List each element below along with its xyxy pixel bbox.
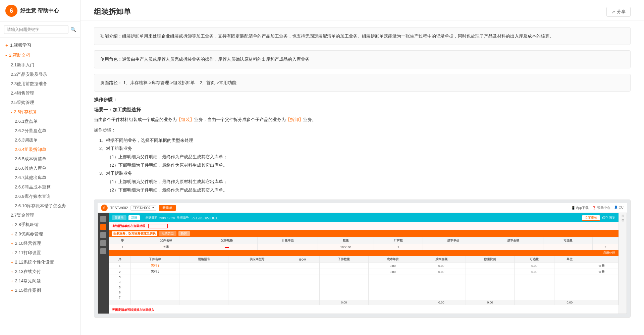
sidebar-item-install[interactable]: 2.2产品安装及登录 xyxy=(0,70,80,79)
assembly-list-btn[interactable] xyxy=(148,224,168,228)
share-label: 分享 xyxy=(617,9,626,15)
col-cost-unit: 成本单价 xyxy=(368,256,417,263)
sidebar-item-partial-stocktake[interactable]: 2.6.2分量盘点单 xyxy=(0,126,80,135)
cell-bom xyxy=(286,269,320,275)
sidebar-item-print[interactable]: + 2.11打印设置 xyxy=(0,248,80,258)
sidebar-item-cost-recalc[interactable]: 2.6.8商品成本重算 xyxy=(0,182,80,192)
cell-cost-amount: 0.00 xyxy=(417,269,466,275)
tab-new-order[interactable]: 新建单 xyxy=(112,215,126,220)
content-area: 功能介绍：组装拆卸单用来处理企业组装或拆卸等加工业务，支持有固定装配清单的产品加… xyxy=(80,20,644,331)
annotation-label-4: 无固定清单可以插插在这里录入 xyxy=(112,308,154,312)
sidebar-item-label: 1.视频学习 xyxy=(10,42,31,48)
sidebar-item-cost-adjust[interactable]: 2.6.5成本调整单 xyxy=(0,154,80,164)
col-cost-amount: 成本金额 xyxy=(483,237,543,244)
app-icon-help[interactable]: ❓ 帮助中心 xyxy=(592,206,610,210)
steps-title: 操作步骤： xyxy=(94,97,631,103)
col-parent-spec: 父件规格 xyxy=(196,237,258,244)
sidebar-item-cases[interactable]: + 2.15操作案例 xyxy=(0,286,80,295)
col-seq: 序 xyxy=(109,256,131,263)
assembly-type-btn[interactable]: 组装类型 xyxy=(159,231,176,236)
step3-1-text: （1）上部明细为父件明细，最终作为原材料生成其它出库单； xyxy=(107,178,631,186)
app-nav-item4[interactable] xyxy=(100,248,106,254)
app-right-sidebar: ⊞ ⊡ xyxy=(619,213,627,314)
role-intro-box: 使用角色：通常由生产人员或库管人员完成拆装业务的操作，库管人员确认原材料的出库和… xyxy=(94,50,631,68)
sidebar-item-mobile[interactable]: + 2.8手机旺铺 xyxy=(0,220,80,229)
sidebar-item-inventory-error[interactable]: 2.6.10库存账本错了怎么办 xyxy=(0,201,80,211)
cell-batch: 1 xyxy=(374,244,423,250)
col-actions2 xyxy=(585,256,618,263)
search-icon[interactable]: 🔍 xyxy=(70,27,76,32)
table-row: 5 xyxy=(109,285,619,290)
parent-spec-input[interactable] xyxy=(225,247,229,248)
sidebar-item-inventory-ledger[interactable]: 2.6.9库存账本查询 xyxy=(0,192,80,201)
app-nav-item[interactable] xyxy=(100,216,106,222)
sidebar-item-other-out[interactable]: 2.6.7其他出库单 xyxy=(0,173,80,182)
search-input[interactable] xyxy=(4,25,68,34)
function-intro-box: 功能介绍：组装拆卸单用来处理企业组装或拆卸等加工业务，支持有固定装配清单的产品加… xyxy=(94,27,631,45)
sidebar-item-purchase[interactable]: 2.5采购管理 xyxy=(0,98,80,107)
sidebar-item-data-prep[interactable]: 2.3使用前数据准备 xyxy=(0,79,80,89)
sidebar-item-finance[interactable]: 2.7资金管理 xyxy=(0,211,80,220)
tab-add[interactable]: 新增 xyxy=(128,215,140,220)
cell-avail: 0.00 xyxy=(515,263,554,269)
right-sidebar-icon[interactable]: ⊞ xyxy=(621,215,625,217)
table-footer: 0.000.000.000.00 xyxy=(109,300,619,305)
search-bar: 🔍 xyxy=(0,22,80,38)
sidebar-item-helpdoc[interactable]: - 2.帮助文档 xyxy=(0,50,80,60)
sidebar-item-newcomer[interactable]: 2.1新手入门 xyxy=(0,60,80,70)
right-sidebar-icon2[interactable]: ⊡ xyxy=(622,219,624,222)
share-icon: ↗ xyxy=(611,9,615,14)
app-logo-small: 6 xyxy=(101,205,108,211)
cell-avail: 0.00 xyxy=(515,269,554,275)
app-nav-item-active[interactable] xyxy=(100,224,106,230)
app-company-select[interactable]: TEST-H002 ▼ xyxy=(130,206,156,211)
sidebar-item-stocktake[interactable]: 2.6.1盘点单 xyxy=(0,117,80,126)
disassembly-type-btn[interactable]: 拆卸 xyxy=(178,231,190,236)
path-value-2: 2、首页->常用功能 xyxy=(200,80,236,85)
sidebar-item-faq[interactable]: + 2.14常见问题 xyxy=(0,276,80,286)
role-intro-text: 使用角色：通常由生产人员或库管人员完成拆装业务的操作，库管人员确认原材料的出库和… xyxy=(100,57,310,62)
cell-cost-unit: 0.00 xyxy=(368,263,417,269)
sidebar-item-video[interactable]: + 1.视频学习 xyxy=(0,40,80,50)
cell-unit xyxy=(258,244,318,250)
enabled-label: 启用处理 xyxy=(603,251,615,255)
child-table-wrapper: 序 子件名称 规格型号 供应商型号 BOM 子件数量 成本单价 成本金额 数量比 xyxy=(109,256,619,305)
scenario1-desc: 当由多个子件材料组装成一个成品的业务为【组装】业务，当由一个父件拆分成多个子产品… xyxy=(94,116,631,124)
sidebar-item-transfer[interactable]: 2.6.3调拨单 xyxy=(0,135,80,145)
sidebar-item-other-in[interactable]: 2.6.6其他入库单 xyxy=(0,164,80,173)
cell-parent-spec xyxy=(196,244,258,250)
col-child-name: 子件名称 xyxy=(131,256,179,263)
steps-label2: 操作步骤： xyxy=(94,126,631,134)
share-button[interactable]: ↗ 分享 xyxy=(606,7,631,17)
sidebar-item-assembly[interactable]: 2.6.4组装拆卸单 xyxy=(0,145,80,154)
col-cost-amount: 成本金额 xyxy=(417,256,466,263)
sidebar-item-coupon[interactable]: + 2.9优惠券管理 xyxy=(0,229,80,239)
app-new-order-btn[interactable]: 新建单 xyxy=(159,205,176,211)
sidebar-item-customize[interactable]: + 2.12系统个性化设置 xyxy=(0,258,80,267)
cell-child-qty xyxy=(320,263,368,269)
app-left-nav xyxy=(98,213,109,314)
cell-bom xyxy=(286,263,320,269)
sidebar-item-operation[interactable]: + 2.10经营管理 xyxy=(0,239,80,248)
app-icon-service[interactable]: 👤 CC xyxy=(614,206,624,210)
cell-qty-ratio xyxy=(466,263,514,269)
scenario1-title: 场景一：加工类型选择 xyxy=(94,107,631,113)
sidebar-item-sales[interactable]: 2.4销售管理 xyxy=(0,89,80,98)
sidebar-item-online-pay[interactable]: + 2.13在线支付 xyxy=(0,267,80,276)
path-value-1: 1、库存核算->库存管理->组装拆卸单 xyxy=(123,80,195,85)
type-selection-bar: 组装业务、拆卸业务在这里切换 组装类型 拆卸 xyxy=(109,230,619,237)
sidebar-item-inventory[interactable]: - 2.6库存核算 xyxy=(0,107,80,117)
cell-parent-name: 关米 xyxy=(136,244,196,250)
cell-action: ☆ xyxy=(593,244,619,250)
confirm-audit-btn[interactable]: 立案审核 xyxy=(582,215,600,221)
sidebar: 6 好生意 帮助中心 🔍 + 1.视频学习 - 2.帮助文档 2.1新手入门 2… xyxy=(0,0,80,335)
col-qty: 数量 xyxy=(318,237,374,244)
logo-area: 6 好生意 帮助中心 xyxy=(0,0,80,22)
app-nav-item2[interactable] xyxy=(100,232,106,238)
col-qty-ratio: 数量比例 xyxy=(466,256,514,263)
cell-spec xyxy=(179,269,228,275)
app-nav-item3[interactable] xyxy=(100,240,106,246)
cell-seq: 1 xyxy=(109,263,131,269)
annotation-label-2: 组装业务、拆卸业务在这里切换 xyxy=(112,231,157,236)
app-icon-app[interactable]: 📱 App下载 xyxy=(571,206,589,210)
